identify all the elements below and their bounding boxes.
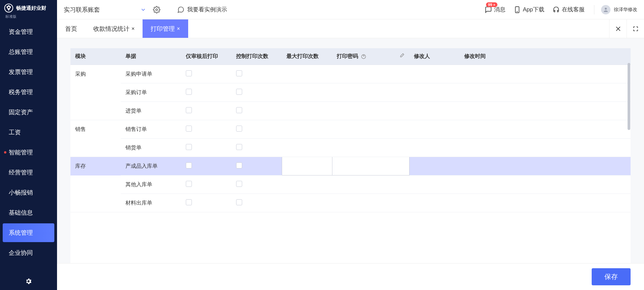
table-row[interactable]: 采购订单	[70, 83, 631, 102]
table-row[interactable]: 库存产成品入库单	[70, 157, 631, 175]
cell-password[interactable]	[332, 194, 409, 212]
th-password: 打印密码	[332, 48, 409, 65]
table-row[interactable]: 销货单	[70, 139, 631, 157]
checkbox-control[interactable]	[236, 107, 242, 113]
tabbar-actions	[609, 19, 644, 38]
messages-button[interactable]: 消息 99 +	[485, 6, 505, 13]
sidebar-item-8[interactable]: 小畅报销	[0, 183, 57, 203]
cell-modifier	[409, 139, 460, 157]
print-settings-table: 模块 单据 仅审核后打印 控制打印次数 最大打印次数 打印密码	[70, 48, 631, 212]
cell-audit-print	[181, 102, 231, 120]
cell-document: 销货单	[121, 139, 181, 157]
checkbox-audit[interactable]	[186, 162, 192, 168]
cell-password[interactable]	[332, 139, 409, 157]
sidebar-item-4[interactable]: 固定资产	[0, 102, 57, 122]
online-service-button[interactable]: 在线客服	[552, 6, 585, 13]
svg-point-1	[8, 7, 9, 8]
sidebar-item-0[interactable]: 资金管理	[0, 22, 57, 42]
cell-document: 材料出库单	[121, 194, 181, 212]
table-row[interactable]: 销售销售订单	[70, 120, 631, 139]
cell-modifier	[409, 157, 460, 175]
sidebar-item-2[interactable]: 发票管理	[0, 62, 57, 82]
cell-password[interactable]	[332, 65, 409, 83]
cell-max-count[interactable]	[282, 194, 332, 212]
tab-0[interactable]: 首页	[57, 19, 85, 38]
help-icon[interactable]	[361, 54, 366, 59]
edit-column-icon[interactable]	[399, 53, 405, 58]
user-menu[interactable]: 徐泽华修改	[594, 5, 637, 14]
sidebar-item-6[interactable]: 智能管理	[0, 142, 57, 162]
app-download-label: App下载	[523, 6, 544, 13]
cell-audit-print	[181, 157, 231, 175]
sidebar-item-11[interactable]: 企业协同	[0, 243, 57, 263]
cell-password[interactable]	[332, 157, 409, 175]
th-module: 模块	[70, 48, 121, 65]
checkbox-control[interactable]	[236, 162, 242, 168]
cell-modify-time	[460, 65, 631, 83]
brand-edition: 标准版	[0, 14, 57, 22]
checkbox-audit[interactable]	[186, 89, 192, 95]
cell-modify-time	[460, 102, 631, 120]
cell-max-count[interactable]	[282, 120, 332, 139]
cell-password[interactable]	[332, 102, 409, 120]
tab-1[interactable]: 收款情况统计×	[85, 19, 143, 38]
table-row[interactable]: 材料出库单	[70, 194, 631, 212]
cell-control-count	[231, 139, 282, 157]
account-name: 实习联系账套	[64, 6, 100, 14]
sidebar-item-3[interactable]: 税务管理	[0, 82, 57, 102]
tab-close-icon[interactable]: ×	[177, 26, 180, 32]
checkbox-audit[interactable]	[186, 144, 192, 150]
tab-close-icon[interactable]: ×	[131, 26, 135, 32]
footer: 保存	[57, 263, 644, 290]
scrollbar-thumb[interactable]	[628, 63, 630, 130]
checkbox-audit[interactable]	[186, 70, 192, 76]
tab-2[interactable]: 打印管理×	[143, 19, 188, 38]
tab-label: 打印管理	[151, 25, 175, 33]
checkbox-control[interactable]	[236, 126, 242, 132]
cell-module	[70, 175, 121, 194]
cell-document: 销售订单	[121, 120, 181, 139]
checkbox-audit[interactable]	[186, 181, 192, 187]
cell-module	[70, 83, 121, 102]
chevron-down-icon	[140, 7, 146, 13]
table-row[interactable]: 进货单	[70, 102, 631, 120]
cell-module	[70, 194, 121, 212]
settings-gear-icon[interactable]	[25, 278, 32, 285]
table-row[interactable]: 采购采购申请单	[70, 65, 631, 83]
account-selector[interactable]: 实习联系账套	[64, 6, 146, 14]
cell-max-count[interactable]	[282, 175, 332, 194]
th-audit-print: 仅审核后打印	[181, 48, 231, 65]
cell-password[interactable]	[332, 120, 409, 139]
demo-link[interactable]: 我要看实例演示	[177, 6, 227, 13]
cell-password[interactable]	[332, 83, 409, 102]
close-all-tabs-button[interactable]	[609, 19, 627, 38]
cell-max-count[interactable]	[282, 65, 332, 83]
checkbox-audit[interactable]	[186, 107, 192, 113]
checkbox-control[interactable]	[236, 199, 242, 205]
sidebar-item-9[interactable]: 基础信息	[0, 203, 57, 223]
checkbox-audit[interactable]	[186, 126, 192, 132]
checkbox-control[interactable]	[236, 70, 242, 76]
save-button[interactable]: 保存	[592, 268, 631, 285]
cell-audit-print	[181, 65, 231, 83]
th-control-count: 控制打印次数	[231, 48, 282, 65]
fullscreen-button[interactable]	[627, 19, 644, 38]
checkbox-control[interactable]	[236, 181, 242, 187]
cell-password[interactable]	[332, 175, 409, 194]
app-download-button[interactable]: App下载	[514, 6, 544, 13]
checkbox-control[interactable]	[236, 144, 242, 150]
sidebar-item-5[interactable]: 工资	[0, 122, 57, 142]
cell-max-count[interactable]	[282, 157, 332, 175]
cell-max-count[interactable]	[282, 102, 332, 120]
brand-name: 畅捷通好业财	[16, 5, 46, 11]
cell-max-count[interactable]	[282, 139, 332, 157]
checkbox-control[interactable]	[236, 89, 242, 95]
checkbox-audit[interactable]	[186, 199, 192, 205]
sidebar-item-1[interactable]: 总账管理	[0, 42, 57, 62]
sidebar-item-7[interactable]: 经营管理	[0, 162, 57, 183]
table-row[interactable]: 其他入库单	[70, 175, 631, 194]
cell-max-count[interactable]	[282, 83, 332, 102]
sidebar-item-10[interactable]: 系统管理	[3, 223, 54, 242]
demo-link-label: 我要看实例演示	[187, 6, 227, 13]
settings-icon[interactable]	[153, 6, 160, 13]
